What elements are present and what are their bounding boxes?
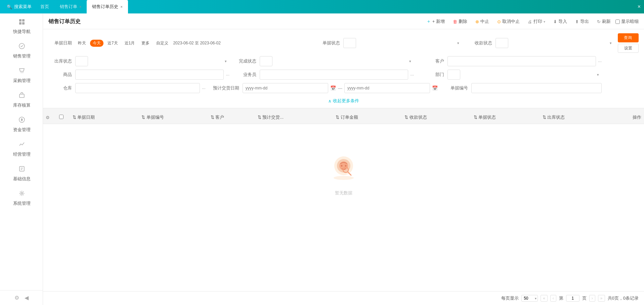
- query-button[interactable]: 查询: [618, 33, 639, 42]
- refresh-button[interactable]: ↻ 刷新: [594, 17, 614, 26]
- table-settings-col: ⚙: [43, 111, 56, 124]
- tab-sales-order-history[interactable]: 销售订单历史 ×: [87, 0, 128, 13]
- expected-date-from[interactable]: [243, 83, 328, 93]
- svg-rect-2: [19, 22, 22, 25]
- doc-status-select-wrapper: [343, 38, 462, 48]
- col-doc-number-sort-icon[interactable]: ⇅: [141, 115, 145, 120]
- department-select[interactable]: [447, 70, 460, 80]
- complete-status-select[interactable]: [260, 56, 272, 66]
- print-button[interactable]: 🖨 打印 ▾: [524, 17, 549, 26]
- date-7days-btn[interactable]: 近7天: [105, 40, 121, 47]
- col-doc-number: ⇅ 单据编号: [139, 111, 208, 124]
- next-page-btn[interactable]: ›: [589, 295, 595, 302]
- date-yesterday-btn[interactable]: 昨天: [75, 40, 89, 47]
- col-customer-sort-icon[interactable]: ⇅: [211, 115, 214, 120]
- product-ellipsis-btn[interactable]: ···: [226, 72, 229, 77]
- svg-point-6: [23, 72, 23, 73]
- settings-filter-button[interactable]: 设置: [618, 44, 639, 53]
- col-customer-label: 客户: [215, 115, 224, 120]
- page-size-select[interactable]: 50 20 100: [521, 295, 538, 302]
- import-button[interactable]: ⬇ 导入: [550, 17, 570, 26]
- display-columns-checkbox[interactable]: [615, 20, 620, 24]
- sidebar-item-operation[interactable]: 经营管理: [0, 136, 43, 161]
- warehouse-input[interactable]: [75, 83, 200, 93]
- collapse-row[interactable]: ∧ 收起更多条件: [48, 97, 639, 104]
- col-order-amount-sort-icon[interactable]: ⇅: [336, 115, 339, 120]
- last-page-btn[interactable]: »: [598, 295, 605, 302]
- doc-status-select[interactable]: [343, 38, 356, 48]
- export-icon: ⬆: [575, 19, 579, 24]
- tab-bar: 首页 销售订单 × 销售订单历史 ×: [35, 0, 638, 13]
- date-dash: —: [338, 86, 342, 91]
- sidebar-item-finance[interactable]: 资金管理: [0, 112, 43, 136]
- sidebar-settings-icon[interactable]: ⚙: [14, 295, 19, 301]
- cancel-suspend-icon: ⊙: [497, 19, 501, 24]
- col-doc-date-sort-icon[interactable]: ⇅: [73, 115, 76, 120]
- sidebar-item-quick-nav[interactable]: 快捷导航: [0, 13, 43, 38]
- suspend-button[interactable]: ⊗ 中止: [472, 17, 492, 26]
- tab-sales-order[interactable]: 销售订单 ×: [54, 0, 87, 13]
- sidebar: 快捷导航 销售管理 采购管理 库存核算 资金管理: [0, 13, 43, 305]
- svg-rect-0: [19, 19, 22, 22]
- sidebar-item-inventory[interactable]: 库存核算: [0, 87, 43, 112]
- tab-sales-order-close[interactable]: ×: [79, 5, 81, 9]
- date-today-btn[interactable]: 今天: [90, 40, 103, 47]
- col-payment-status-label: 收款状态: [410, 115, 427, 120]
- delete-label: 删除: [459, 18, 467, 25]
- col-payment-status-sort-icon[interactable]: ⇅: [404, 115, 408, 120]
- table-select-all[interactable]: [59, 115, 63, 119]
- sidebar-collapse-icon[interactable]: ◀: [25, 295, 29, 301]
- payment-status-select[interactable]: [496, 38, 508, 48]
- first-page-btn[interactable]: «: [541, 295, 548, 302]
- suspend-label: 中止: [480, 18, 489, 25]
- date-1month-btn[interactable]: 近1月: [122, 40, 138, 47]
- empty-state-illustration: [327, 151, 360, 185]
- calendar-to-icon[interactable]: 📅: [432, 85, 438, 91]
- tab-home-label: 首页: [40, 4, 49, 10]
- doc-number-input[interactable]: [471, 83, 602, 93]
- sidebar-item-sales-mgmt[interactable]: 销售管理: [0, 38, 43, 63]
- search-menu-button[interactable]: 🔍 搜索菜单: [3, 4, 35, 10]
- customer-ellipsis-btn[interactable]: ···: [598, 59, 602, 64]
- col-outbound-status-sort-icon[interactable]: ⇅: [543, 115, 546, 120]
- col-expected-date-sort-icon[interactable]: ⇅: [258, 115, 261, 120]
- customer-input[interactable]: [447, 56, 596, 66]
- tab-home[interactable]: 首页: [35, 0, 54, 13]
- top-bar: 🔍 搜索菜单 首页 销售订单 × 销售订单历史 × ×: [0, 0, 644, 13]
- sidebar-item-sys-mgmt[interactable]: 系统管理: [0, 185, 43, 210]
- sidebar-item-operation-label: 经营管理: [13, 151, 31, 157]
- cancel-suspend-button[interactable]: ⊙ 取消中止: [494, 17, 523, 26]
- print-dropdown-icon: ▾: [544, 20, 545, 24]
- new-button[interactable]: ＋ + 新增: [423, 17, 448, 26]
- salesperson-ellipsis-btn[interactable]: ···: [410, 72, 414, 77]
- sidebar-item-purchase-mgmt[interactable]: 采购管理: [0, 63, 43, 87]
- display-columns-toggle[interactable]: 显示暗细: [615, 18, 639, 25]
- print-label: 打印: [533, 18, 542, 25]
- sidebar-bottom: ⚙ ◀: [0, 290, 43, 305]
- col-doc-status-sort-icon[interactable]: ⇅: [474, 115, 477, 120]
- current-page-input[interactable]: [566, 295, 579, 302]
- delete-button[interactable]: 🗑 删除: [449, 17, 471, 26]
- date-custom-btn[interactable]: 自定义: [154, 40, 171, 47]
- filter-row-3: 商品 ··· 业务员 ··· 部门: [48, 70, 639, 80]
- calendar-from-icon[interactable]: 📅: [330, 85, 336, 91]
- date-quick-buttons: 昨天 今天 近7天 近1月 更多 自定义: [75, 40, 171, 47]
- date-more-btn[interactable]: 更多: [139, 40, 152, 47]
- outbound-status-select[interactable]: [75, 56, 88, 66]
- date-label: 单据日期: [48, 40, 75, 46]
- prev-page-btn[interactable]: ‹: [550, 295, 556, 302]
- warehouse-ellipsis-btn[interactable]: ···: [202, 86, 206, 91]
- tab-sales-order-history-close[interactable]: ×: [120, 5, 122, 9]
- window-close-button[interactable]: ×: [638, 4, 641, 10]
- expected-date-to[interactable]: [344, 83, 430, 93]
- date-range-value: 2023-06-02 至 2023-06-02: [173, 40, 220, 46]
- suspend-icon: ⊗: [475, 19, 479, 24]
- empty-state-cell: 暂无数据: [43, 124, 644, 223]
- sidebar-item-purchase-mgmt-label: 采购管理: [13, 78, 31, 84]
- col-doc-status: ⇅ 单据状态: [471, 111, 540, 124]
- product-input[interactable]: [75, 70, 224, 80]
- export-button[interactable]: ⬆ 导出: [572, 17, 592, 26]
- sidebar-item-basic-info[interactable]: 基础信息: [0, 161, 43, 185]
- salesperson-input[interactable]: [260, 70, 408, 80]
- table-settings-icon[interactable]: ⚙: [46, 115, 50, 120]
